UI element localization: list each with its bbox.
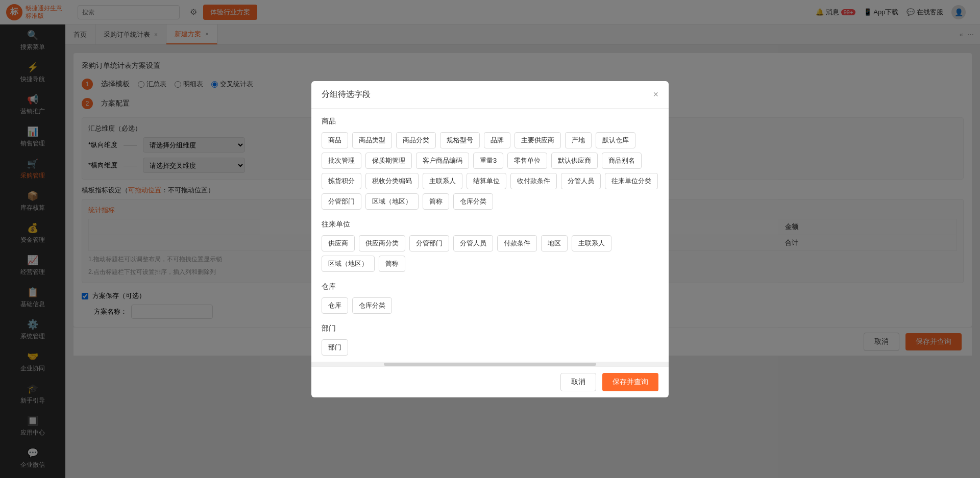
modal-scrollbar-h[interactable] <box>311 362 669 366</box>
field-group-partner-title: 往来单位 <box>322 220 658 229</box>
field-tags-goods: 商品 商品类型 商品分类 规格型号 品牌 主要供应商 产地 默认仓库 批次管理 … <box>322 132 658 210</box>
field-tag-goods-0[interactable]: 商品 <box>322 132 348 148</box>
field-tag-goods-2[interactable]: 商品分类 <box>396 132 436 148</box>
field-tag-goods-3[interactable]: 规格型号 <box>440 132 480 148</box>
field-tag-goods-22[interactable]: 分管部门 <box>322 193 361 210</box>
field-tag-partner-3[interactable]: 分管人员 <box>453 235 493 251</box>
field-tag-partner-0[interactable]: 供应商 <box>322 235 355 251</box>
field-group-goods-title: 商品 <box>322 117 658 126</box>
field-tag-goods-24[interactable]: 简称 <box>423 193 449 210</box>
field-tag-goods-16[interactable]: 税收分类编码 <box>365 173 419 189</box>
field-group-warehouse-title: 仓库 <box>322 282 658 291</box>
field-tag-goods-19[interactable]: 收付款条件 <box>510 173 557 189</box>
field-tag-goods-14[interactable]: 商品别名 <box>602 153 642 169</box>
field-tags-partner: 供应商 供应商分类 分管部门 分管人员 付款条件 地区 主联系人 区域（地区） … <box>322 235 658 272</box>
field-tag-partner-6[interactable]: 主联系人 <box>572 235 611 251</box>
field-tag-partner-4[interactable]: 付款条件 <box>497 235 537 251</box>
field-tag-goods-25[interactable]: 仓库分类 <box>453 193 493 210</box>
modal-header: 分组待选字段 × <box>311 81 669 109</box>
field-tag-partner-1[interactable]: 供应商分类 <box>359 235 405 251</box>
field-tag-goods-5[interactable]: 主要供应商 <box>514 132 561 148</box>
field-group-goods: 商品 商品 商品类型 商品分类 规格型号 品牌 主要供应商 产地 默认仓库 批次… <box>322 117 658 210</box>
field-tag-goods-17[interactable]: 主联系人 <box>423 173 462 189</box>
field-tag-goods-9[interactable]: 保质期管理 <box>365 153 412 169</box>
field-tags-warehouse: 仓库 仓库分类 <box>322 297 658 314</box>
modal-overlay[interactable]: 分组待选字段 × 商品 商品 商品类型 商品分类 规格型号 品牌 主要供应商 产… <box>0 0 980 478</box>
field-tag-goods-1[interactable]: 商品类型 <box>352 132 392 148</box>
field-group-dept: 部门 部门 <box>322 324 658 356</box>
field-tag-partner-7[interactable]: 区域（地区） <box>322 256 375 272</box>
modal-body[interactable]: 商品 商品 商品类型 商品分类 规格型号 品牌 主要供应商 产地 默认仓库 批次… <box>311 109 669 362</box>
field-tag-goods-8[interactable]: 批次管理 <box>322 153 361 169</box>
field-tag-goods-12[interactable]: 零售单位 <box>507 153 547 169</box>
modal-title: 分组待选字段 <box>322 89 371 100</box>
field-tag-goods-23[interactable]: 区域（地区） <box>365 193 419 210</box>
field-tag-goods-20[interactable]: 分管人员 <box>561 173 601 189</box>
modal-footer: 取消 保存并查询 <box>311 366 669 397</box>
field-tag-dept-0[interactable]: 部门 <box>322 339 348 356</box>
field-tag-goods-15[interactable]: 拣货积分 <box>322 173 361 189</box>
field-group-dept-title: 部门 <box>322 324 658 333</box>
field-tag-goods-7[interactable]: 默认仓库 <box>596 132 635 148</box>
field-group-partner: 往来单位 供应商 供应商分类 分管部门 分管人员 付款条件 地区 主联系人 区域… <box>322 220 658 272</box>
field-tag-warehouse-0[interactable]: 仓库 <box>322 297 348 314</box>
field-group-warehouse: 仓库 仓库 仓库分类 <box>322 282 658 314</box>
field-tag-goods-18[interactable]: 结算单位 <box>467 173 506 189</box>
modal-close-button[interactable]: × <box>653 89 658 100</box>
modal: 分组待选字段 × 商品 商品 商品类型 商品分类 规格型号 品牌 主要供应商 产… <box>311 81 669 397</box>
field-tag-goods-10[interactable]: 客户商品编码 <box>416 153 469 169</box>
scrollbar-thumb-h <box>384 363 596 366</box>
field-tags-dept: 部门 <box>322 339 658 356</box>
field-tag-partner-2[interactable]: 分管部门 <box>409 235 449 251</box>
field-tag-goods-21[interactable]: 往来单位分类 <box>605 173 658 189</box>
modal-cancel-button[interactable]: 取消 <box>560 373 596 391</box>
field-tag-partner-5[interactable]: 地区 <box>541 235 568 251</box>
field-tag-goods-4[interactable]: 品牌 <box>484 132 510 148</box>
field-tag-goods-11[interactable]: 重量3 <box>473 153 503 169</box>
field-tag-goods-6[interactable]: 产地 <box>565 132 592 148</box>
modal-save-button[interactable]: 保存并查询 <box>602 373 658 391</box>
field-tag-warehouse-1[interactable]: 仓库分类 <box>352 297 392 314</box>
field-tag-goods-13[interactable]: 默认供应商 <box>551 153 598 169</box>
field-tag-partner-8[interactable]: 简称 <box>379 256 405 272</box>
